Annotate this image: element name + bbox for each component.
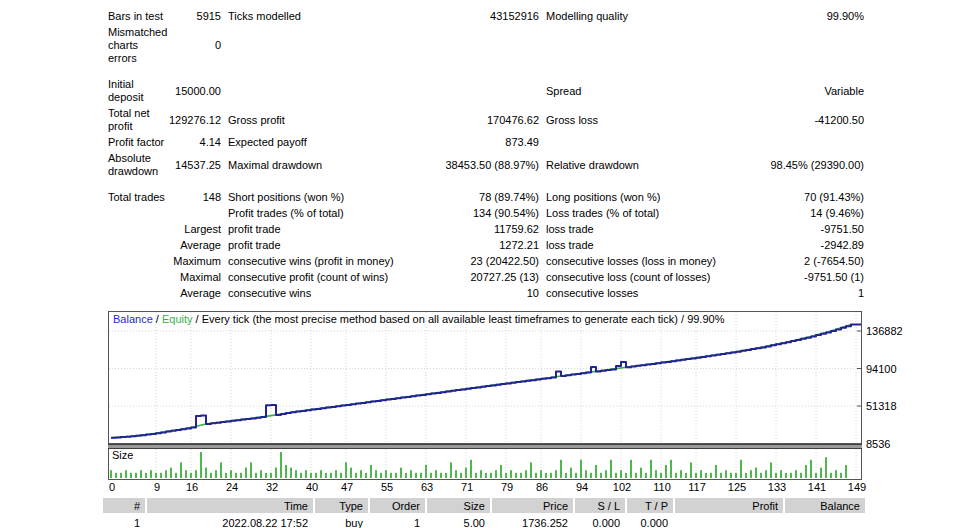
x-axis-tick-label: 117 [688, 481, 706, 493]
summary-value: -41200.50 [745, 105, 865, 134]
chart-y-axis-labels: 13688294100513188536 [866, 311, 926, 444]
orders-column-header: S / L [575, 498, 625, 513]
x-axis-tick-label: 47 [341, 481, 353, 493]
summary-label: loss trade [540, 237, 745, 253]
summary-label [103, 221, 165, 237]
orders-column-header: Profit [675, 498, 783, 513]
summary-label: Short positions (won %) [222, 189, 422, 205]
x-axis-tick-label: 141 [808, 481, 826, 493]
summary-value: 14537.25 [165, 150, 222, 179]
summary-label [540, 24, 745, 66]
balance-chart: Balance / Equity / Every tick (the most … [108, 311, 862, 444]
summary-value: 43152916 [422, 8, 540, 24]
summary-label [222, 24, 422, 66]
orders-column-header: Type [315, 498, 368, 513]
summary-value [745, 24, 865, 66]
summary-row: Total net profit129276.12Gross profit170… [103, 105, 865, 134]
orders-column-header: Time [147, 498, 313, 513]
summary-row: Maximalconsecutive profit (count of wins… [103, 269, 865, 285]
summary-label: consecutive wins (profit in money) [222, 253, 422, 269]
x-axis-tick-label: 149 [848, 481, 866, 493]
summary-row: Profit factor4.14Expected payoff873.49 [103, 134, 865, 150]
summary-label: Relative drawdown [540, 150, 745, 179]
x-axis-tick-label: 24 [226, 481, 238, 493]
summary-value: 20727.25 (13) [422, 269, 540, 285]
x-axis-tick-label: 32 [266, 481, 278, 493]
orders-cell: 1 [370, 514, 425, 528]
summary-label: Spread [540, 76, 745, 105]
summary-row: Absolute drawdown14537.25Maximal drawdow… [103, 150, 865, 179]
chart-x-axis-labels: 0916243240475563717986941021101171251331… [108, 481, 862, 495]
summary-row: Mismatched charts errors0 [103, 24, 865, 66]
x-axis-tick-label: 94 [576, 481, 588, 493]
x-axis-tick-label: 0 [109, 481, 115, 493]
summary-value: 38453.50 (88.97%) [422, 150, 540, 179]
summary-label: consecutive wins [222, 285, 422, 301]
orders-header-row: #TimeTypeOrderSizePriceS / LT / PProfitB… [103, 498, 865, 513]
summary-value: 134 (90.54%) [422, 205, 540, 221]
summary-label [540, 134, 745, 150]
summary-value: 1 [745, 285, 865, 301]
summary-label: loss trade [540, 221, 745, 237]
summary-value: Maximum [165, 253, 222, 269]
summary-label [103, 237, 165, 253]
summary-label: Gross profit [222, 105, 422, 134]
chart-title-balance: Balance [113, 313, 153, 325]
summary-label [103, 269, 165, 285]
x-axis-tick-label: 71 [461, 481, 473, 493]
summary-row: Largestprofit trade11759.62loss trade-97… [103, 221, 865, 237]
orders-table-body: 12022.08.22 17:52buy15.001736.2520.0000.… [103, 514, 865, 528]
orders-cell: 2022.08.22 17:52 [147, 514, 313, 528]
summary-label: Modelling quality [540, 8, 745, 24]
summary-table: Bars in test5915Ticks modelled43152916Mo… [103, 8, 865, 301]
summary-value: 70 (91.43%) [745, 189, 865, 205]
x-axis-tick-label: 79 [501, 481, 513, 493]
summary-value [422, 24, 540, 66]
orders-cell: 1 [103, 514, 145, 528]
summary-value: 5915 [165, 8, 222, 24]
lot-size-chart: Size [108, 449, 862, 480]
summary-value: -9751.50 (1) [745, 269, 865, 285]
x-axis-tick-label: 55 [381, 481, 393, 493]
summary-value: 148 [165, 189, 222, 205]
y-axis-tick-label: 8536 [866, 438, 890, 450]
summary-row: Averageprofit trade1272.21loss trade-294… [103, 237, 865, 253]
summary-value: 10 [422, 285, 540, 301]
chart-title: Balance / Equity / Every tick (the most … [113, 313, 724, 325]
x-axis-tick-label: 125 [728, 481, 746, 493]
summary-value: 170476.62 [422, 105, 540, 134]
x-axis-tick-label: 133 [768, 481, 786, 493]
y-axis-tick-label: 51318 [866, 400, 897, 412]
summary-label [103, 285, 165, 301]
summary-label: consecutive loss (count of losses) [540, 269, 745, 285]
summary-value: 99.90% [745, 8, 865, 24]
summary-value: 15000.00 [165, 76, 222, 105]
chart-title-sep: / [153, 313, 162, 325]
summary-label: Gross loss [540, 105, 745, 134]
summary-label: Profit factor [103, 134, 165, 150]
summary-label: profit trade [222, 221, 422, 237]
orders-cell [785, 514, 865, 528]
summary-value: Maximal [165, 269, 222, 285]
size-axis-label: Size [112, 449, 133, 461]
summary-label: Total net profit [103, 105, 165, 134]
summary-table-body: Bars in test5915Ticks modelled43152916Mo… [103, 8, 865, 301]
summary-label: Ticks modelled [222, 8, 422, 24]
orders-table: #TimeTypeOrderSizePriceS / LT / PProfitB… [101, 497, 867, 528]
lot-size-canvas [109, 449, 861, 478]
orders-column-header: Price [492, 498, 573, 513]
summary-row: Maximumconsecutive wins (profit in money… [103, 253, 865, 269]
x-axis-tick-label: 110 [653, 481, 671, 493]
orders-cell: 0.000 [575, 514, 625, 528]
summary-value: 98.45% (29390.00) [745, 150, 865, 179]
summary-label: Bars in test [103, 8, 165, 24]
summary-row: Bars in test5915Ticks modelled43152916Mo… [103, 8, 865, 24]
summary-spacer [103, 66, 865, 76]
summary-label: Expected payoff [222, 134, 422, 150]
summary-label [103, 253, 165, 269]
summary-value: -9751.50 [745, 221, 865, 237]
x-axis-tick-label: 86 [536, 481, 548, 493]
orders-column-header: Order [370, 498, 425, 513]
x-axis-tick-label: 102 [613, 481, 631, 493]
summary-label: consecutive losses (loss in money) [540, 253, 745, 269]
